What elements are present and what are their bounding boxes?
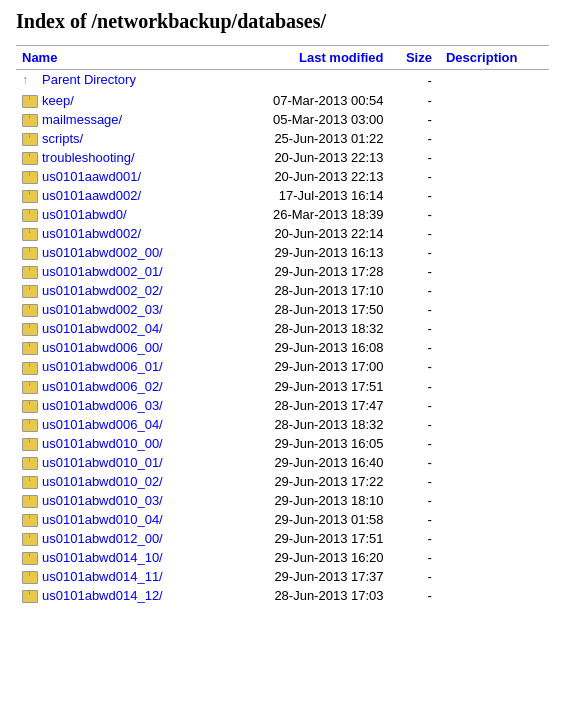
modified-cell: 29-Jun-2013 17:51 (238, 529, 393, 548)
file-link[interactable]: scripts/ (42, 131, 83, 146)
file-link[interactable]: troubleshooting/ (42, 150, 135, 165)
folder-icon (22, 152, 38, 165)
modified-cell: 28-Jun-2013 17:10 (238, 281, 393, 300)
file-link[interactable]: us0101abwd002_01/ (42, 264, 163, 279)
file-link[interactable]: keep/ (42, 93, 74, 108)
table-row: us0101abwd010_02/29-Jun-2013 17:22- (16, 472, 549, 491)
file-name-cell: troubleshooting/ (16, 148, 238, 167)
table-row: us0101abwd012_00/29-Jun-2013 17:51- (16, 529, 549, 548)
description-sort-link[interactable]: Description (446, 50, 518, 65)
file-link[interactable]: us0101abwd010_00/ (42, 436, 163, 451)
size-cell: - (394, 415, 438, 434)
file-name-cell: us0101abwd006_00/ (16, 338, 238, 357)
size-cell: - (394, 548, 438, 567)
file-link[interactable]: us0101abwd006_02/ (42, 379, 163, 394)
size-cell: - (394, 186, 438, 205)
file-link[interactable]: us0101abwd014_11/ (42, 569, 163, 584)
folder-icon (22, 457, 38, 470)
folder-icon (22, 228, 38, 241)
description-cell (438, 548, 549, 567)
file-link[interactable]: us0101abwd006_03/ (42, 398, 163, 413)
folder-icon (22, 438, 38, 451)
file-name-cell: scripts/ (16, 129, 238, 148)
file-link[interactable]: us0101aawd002/ (42, 188, 141, 203)
file-link[interactable]: us0101abwd010_01/ (42, 455, 163, 470)
size-sort-link[interactable]: Size (406, 50, 432, 65)
file-link[interactable]: us0101abwd014_12/ (42, 588, 163, 603)
file-link[interactable]: us0101abwd002/ (42, 226, 141, 241)
modified-cell: 07-Mar-2013 00:54 (238, 91, 393, 110)
modified-cell: 29-Jun-2013 17:22 (238, 472, 393, 491)
file-link[interactable]: us0101abwd0/ (42, 207, 127, 222)
folder-icon (22, 533, 38, 546)
file-name-cell: us0101abwd002_04/ (16, 319, 238, 338)
col-header-description[interactable]: Description (438, 46, 549, 70)
file-name-cell: us0101abwd002/ (16, 224, 238, 243)
folder-icon (22, 381, 38, 394)
file-link[interactable]: us0101aawd001/ (42, 169, 141, 184)
modified-cell: 29-Jun-2013 01:58 (238, 510, 393, 529)
file-link[interactable]: us0101abwd002_03/ (42, 302, 163, 317)
file-link[interactable]: mailmessage/ (42, 112, 122, 127)
file-name-cell: us0101abwd010_04/ (16, 510, 238, 529)
size-cell: - (394, 396, 438, 415)
modified-sort-link[interactable]: Last modified (299, 50, 384, 65)
table-row: us0101abwd014_11/29-Jun-2013 17:37- (16, 567, 549, 586)
table-row: keep/07-Mar-2013 00:54- (16, 91, 549, 110)
folder-icon (22, 342, 38, 355)
file-link[interactable]: us0101abwd002_02/ (42, 283, 163, 298)
folder-icon (22, 419, 38, 432)
file-link[interactable]: us0101abwd010_02/ (42, 474, 163, 489)
modified-cell: 20-Jun-2013 22:13 (238, 148, 393, 167)
folder-icon (22, 247, 38, 260)
table-row: us0101abwd002_04/28-Jun-2013 18:32- (16, 319, 549, 338)
modified-cell: 29-Jun-2013 16:13 (238, 243, 393, 262)
file-link[interactable]: us0101abwd006_04/ (42, 417, 163, 432)
file-name-cell: ↑Parent Directory (16, 70, 238, 91)
file-link[interactable]: us0101abwd014_10/ (42, 550, 163, 565)
modified-cell: 29-Jun-2013 16:05 (238, 434, 393, 453)
file-link[interactable]: us0101abwd012_00/ (42, 531, 163, 546)
size-cell: - (394, 510, 438, 529)
modified-cell: 29-Jun-2013 17:51 (238, 377, 393, 396)
file-name-cell: us0101abwd006_02/ (16, 377, 238, 396)
description-cell (438, 567, 549, 586)
modified-cell: 05-Mar-2013 03:00 (238, 110, 393, 129)
file-link[interactable]: us0101abwd006_00/ (42, 340, 163, 355)
col-header-modified[interactable]: Last modified (238, 46, 393, 70)
file-link[interactable]: us0101abwd010_04/ (42, 512, 163, 527)
file-name-cell: us0101abwd002_02/ (16, 281, 238, 300)
modified-cell: 28-Jun-2013 17:03 (238, 586, 393, 605)
size-cell: - (394, 338, 438, 357)
modified-cell: 28-Jun-2013 17:50 (238, 300, 393, 319)
folder-icon (22, 114, 38, 127)
table-row: us0101abwd002_02/28-Jun-2013 17:10- (16, 281, 549, 300)
name-sort-link[interactable]: Name (22, 50, 57, 65)
modified-cell: 25-Jun-2013 01:22 (238, 129, 393, 148)
file-name-cell: us0101abwd002_01/ (16, 262, 238, 281)
description-cell (438, 472, 549, 491)
file-name-cell: us0101abwd006_03/ (16, 396, 238, 415)
file-link[interactable]: us0101abwd006_01/ (42, 359, 163, 374)
modified-cell: 29-Jun-2013 16:20 (238, 548, 393, 567)
description-cell (438, 338, 549, 357)
size-cell: - (394, 167, 438, 186)
description-cell (438, 434, 549, 453)
table-row: us0101abwd006_01/29-Jun-2013 17:00- (16, 357, 549, 376)
file-link[interactable]: Parent Directory (42, 72, 136, 87)
size-cell: - (394, 224, 438, 243)
file-link[interactable]: us0101abwd002_00/ (42, 245, 163, 260)
description-cell (438, 453, 549, 472)
file-name-cell: us0101abwd010_01/ (16, 453, 238, 472)
size-cell: - (394, 567, 438, 586)
size-cell: - (394, 529, 438, 548)
table-row: us0101abwd002_00/29-Jun-2013 16:13- (16, 243, 549, 262)
file-link[interactable]: us0101abwd010_03/ (42, 493, 163, 508)
description-cell (438, 262, 549, 281)
file-link[interactable]: us0101abwd002_04/ (42, 321, 163, 336)
folder-icon (22, 362, 38, 375)
col-header-size[interactable]: Size (394, 46, 438, 70)
modified-cell: 20-Jun-2013 22:13 (238, 167, 393, 186)
size-cell: - (394, 243, 438, 262)
col-header-name[interactable]: Name (16, 46, 238, 70)
